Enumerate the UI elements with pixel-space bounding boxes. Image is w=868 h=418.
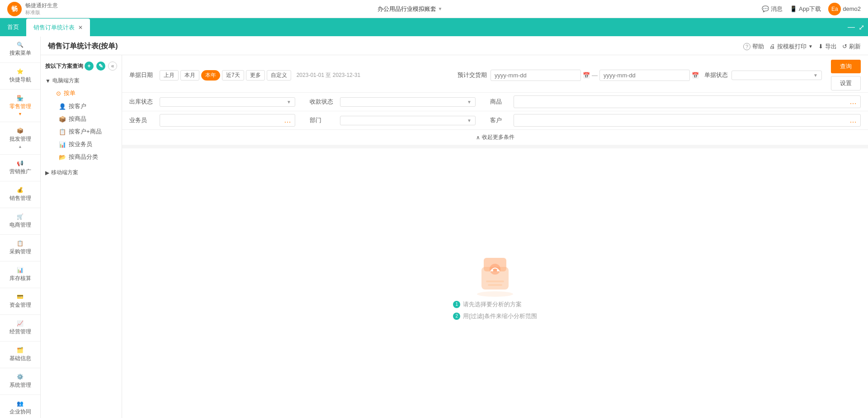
sidebar-item-operations[interactable]: 📈 经营管理 (0, 315, 40, 342)
goods-more-icon[interactable]: … (849, 98, 857, 106)
status-label: 单据状态 (704, 71, 728, 79)
pay-status-select[interactable]: ▼ (340, 97, 476, 107)
message-btn[interactable]: 💬 消息 (762, 5, 783, 13)
tab-home[interactable]: 首页 (0, 18, 26, 36)
ship-status-arrow: ▼ (287, 100, 291, 104)
scheme-pc-title[interactable]: ▼ 电脑端方案 (45, 75, 117, 86)
sidebar-item-marketing[interactable]: 📢 营销推广 (0, 155, 40, 181)
date-filter-label: 单据日期 (129, 71, 154, 79)
tab-minimize-btn[interactable]: — (848, 23, 855, 31)
scheme-edit-btn[interactable]: ✎ (96, 62, 105, 71)
scheme-panel-title: 按以下方案查询 (45, 62, 83, 70)
tab-close-btn[interactable]: ✕ (78, 24, 83, 31)
department-arrow: ▼ (467, 118, 472, 123)
tabbar: 首页 销售订单统计表 ✕ — ⤢ (0, 18, 868, 36)
app-download-label: App下载 (799, 5, 821, 13)
topbar-right: 💬 消息 📱 App下载 Ea demo2 (762, 3, 861, 15)
empty-state: 1 请先选择要分析的方案 2 用[过滤]条件来缩小分析范围 (122, 148, 868, 418)
right-panel: 单据日期 上月 本月 本年 近7天 更多 自定义 2023-01-01 至 20… (122, 55, 868, 418)
date-btn-this-month[interactable]: 本月 (180, 70, 199, 81)
date-btn-last-month[interactable]: 上月 (160, 70, 179, 81)
sidebar-basics-label: 基础信息 (9, 355, 31, 362)
goods-select[interactable]: … (514, 95, 861, 108)
department-select[interactable]: ▼ (340, 116, 476, 125)
date-btn-more[interactable]: 更多 (246, 70, 265, 81)
status-select[interactable]: ▼ (731, 71, 822, 80)
mobile-section-arrow: ▶ (45, 170, 49, 176)
scheme-mobile-title[interactable]: ▶ 移动端方案 (45, 167, 117, 178)
page-selector-arrow: ▼ (438, 6, 443, 11)
scheme-by-goods[interactable]: 📦 按商品 (45, 113, 117, 125)
status-filter: 单据状态 ▼ (704, 71, 822, 80)
app-download-btn[interactable]: 📱 App下载 (790, 5, 821, 13)
goods-label: 商品 (490, 98, 508, 106)
sidebar-ecommerce-label: 电商管理 (9, 221, 31, 229)
username: demo2 (843, 5, 861, 12)
svg-point-3 (490, 264, 500, 275)
user-profile[interactable]: Ea demo2 (828, 3, 861, 15)
scheme-by-category[interactable]: 📂 按商品分类 (45, 151, 117, 163)
scheme-by-customer[interactable]: 👤 按客户 (45, 100, 117, 113)
topbar-left: 畅 畅捷通好生意 标准版 (7, 2, 58, 16)
tabbar-actions: — ⤢ (848, 23, 868, 32)
tab-maximize-btn[interactable]: ⤢ (859, 23, 864, 32)
scheme-by-customer-goods[interactable]: 📋 按客户+商品 (45, 125, 117, 138)
tab-sales-stat[interactable]: 销售订单统计表 ✕ (26, 19, 90, 37)
sidebar-item-wholesale[interactable]: 📦 批发管理 ▲ (0, 122, 40, 155)
delivery-date-start-input[interactable] (491, 70, 581, 81)
scheme-panel-actions: + ✎ « (85, 62, 117, 71)
collapse-btn[interactable]: ∧ 收起更多条件 (476, 133, 514, 141)
sidebar-item-inventory[interactable]: 📊 库存核算 (0, 261, 40, 288)
scheme-by-order[interactable]: ⊙ 按单 (45, 86, 117, 100)
sidebar-item-finance[interactable]: 💳 资金管理 (0, 288, 40, 315)
help-btn[interactable]: ? 帮助 (743, 43, 764, 51)
scheme-collapse-btn[interactable]: « (108, 62, 117, 71)
svg-point-0 (477, 291, 513, 297)
customer-more-icon[interactable]: … (849, 116, 857, 124)
scheme-by-salesman[interactable]: 📊 按业务员 (45, 138, 117, 151)
settings-btn[interactable]: 设置 (831, 76, 861, 90)
ship-status-select[interactable]: ▼ (160, 97, 295, 107)
salesman-more-icon[interactable]: … (284, 116, 291, 124)
pay-status-label: 收款状态 (310, 98, 335, 106)
date-btn-custom[interactable]: 自定义 (267, 70, 291, 81)
sidebar-quick-nav[interactable]: ⭐ 快捷导航 (0, 63, 40, 90)
query-btn[interactable]: 查询 (831, 60, 861, 73)
sidebar-item-retail[interactable]: 🏪 零售管理 ▼ (0, 90, 40, 122)
sidebar-item-purchase[interactable]: 📋 采购管理 (0, 235, 40, 261)
date-dash: — (592, 72, 598, 79)
svg-point-4 (491, 270, 493, 271)
sidebar-item-ecommerce[interactable]: 🛒 电商管理 (0, 208, 40, 235)
template-print-btn[interactable]: 🖨 按模板打印 ▼ (769, 43, 813, 51)
scheme-add-btn[interactable]: + (85, 62, 94, 71)
pc-section-label: 电脑端方案 (52, 77, 80, 85)
sidebar-item-basics[interactable]: 🗂️ 基础信息 (0, 342, 40, 368)
svg-point-5 (497, 270, 499, 271)
help-label: 帮助 (752, 43, 764, 51)
tip1-text: 请先选择要分析的方案 (463, 299, 522, 310)
filter-row-3: 业务员 … 部门 ▼ 客户 … (122, 111, 868, 129)
system-icon: ⚙️ (17, 374, 24, 380)
sidebar-item-enterprise[interactable]: 👥 企业协同 (0, 395, 40, 418)
sidebar-search[interactable]: 🔍 搜索菜单 (0, 36, 40, 63)
sidebar-inventory-label: 库存核算 (9, 275, 31, 282)
customer-select[interactable]: … (514, 114, 861, 127)
sidebar-purchase-label: 采购管理 (9, 248, 31, 256)
avatar-text: Ea (831, 6, 838, 12)
page-selector-text: 办公用品行业模拟账套 (377, 5, 436, 13)
by-customer-label: 按客户 (69, 102, 86, 110)
topbar-center[interactable]: 办公用品行业模拟账套 ▼ (377, 5, 443, 13)
date-btn-this-year[interactable]: 本年 (201, 70, 220, 81)
export-btn[interactable]: ⬇ 导出 (818, 43, 837, 51)
delivery-date-end-input[interactable] (599, 70, 690, 81)
calendar-start-icon[interactable]: 📅 (583, 72, 590, 79)
enterprise-icon: 👥 (17, 400, 24, 407)
date-filter-btns: 上月 本月 本年 近7天 更多 自定义 (160, 70, 291, 81)
sidebar-item-system[interactable]: ⚙️ 系统管理 (0, 368, 40, 395)
calendar-end-icon[interactable]: 📅 (692, 72, 699, 79)
sidebar-item-sales[interactable]: 💰 销售管理 (0, 181, 40, 208)
date-btn-7days[interactable]: 近7天 (222, 70, 244, 81)
refresh-btn[interactable]: ↺ 刷新 (842, 43, 861, 51)
search-icon: 🔍 (17, 42, 24, 48)
salesman-select[interactable]: … (160, 114, 295, 127)
